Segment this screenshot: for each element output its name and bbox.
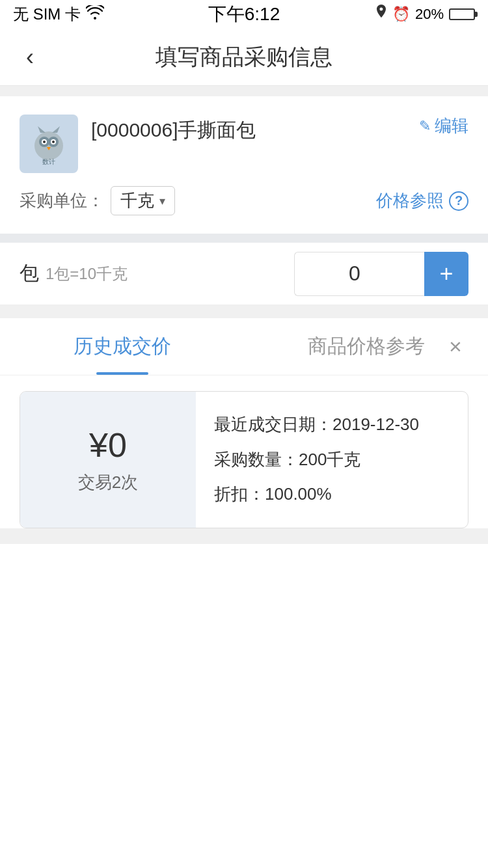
status-left: 无 SIM 卡 bbox=[13, 4, 104, 25]
page-title: 填写商品采购信息 bbox=[156, 42, 332, 72]
price-ref-label: 价格参照 bbox=[376, 189, 444, 212]
discount-value: 100.00% bbox=[265, 484, 332, 504]
edit-icon: ✎ bbox=[419, 118, 431, 135]
quantity-input[interactable] bbox=[294, 252, 424, 296]
carrier-label: 无 SIM 卡 bbox=[13, 4, 81, 25]
close-panel-button[interactable]: × bbox=[436, 327, 475, 366]
panel-divider bbox=[0, 305, 488, 318]
transaction-summary: ¥0 交易2次 bbox=[20, 392, 196, 528]
unit-value: 千克 bbox=[120, 189, 154, 212]
price-value: 0 bbox=[108, 426, 127, 464]
tab-history-price-label: 历史成交价 bbox=[74, 333, 171, 360]
location-icon bbox=[375, 5, 387, 24]
close-icon: × bbox=[449, 334, 462, 359]
tab-history-price[interactable]: 历史成交价 bbox=[0, 318, 244, 375]
status-bar: 无 SIM 卡 下午6:12 ⏰ 20% bbox=[0, 0, 488, 29]
recent-date-row: 最近成交日期：2019-12-30 bbox=[214, 411, 450, 439]
product-image: 数计 bbox=[26, 121, 72, 167]
transaction-card: ¥0 交易2次 最近成交日期：2019-12-30 采购数量：200千克 折扣：… bbox=[20, 391, 468, 528]
purchase-qty-label: 采购数量： bbox=[214, 450, 299, 469]
unit-label-text: 采购单位： bbox=[20, 189, 104, 212]
quantity-input-area: + bbox=[294, 252, 468, 296]
quantity-section: 包 1包=10千克 + bbox=[0, 243, 488, 305]
edit-label: 编辑 bbox=[435, 115, 468, 137]
back-button[interactable]: ‹ bbox=[20, 37, 40, 77]
recent-date-value: 2019-12-30 bbox=[332, 414, 419, 434]
alarm-icon: ⏰ bbox=[392, 6, 410, 23]
nav-bar: ‹ 填写商品采购信息 bbox=[0, 29, 488, 86]
product-info: 数计 [0000006]手撕面包 bbox=[20, 115, 419, 173]
battery-percent: 20% bbox=[415, 6, 444, 23]
currency-symbol: ¥ bbox=[89, 426, 108, 464]
discount-row: 折扣：100.00% bbox=[214, 481, 450, 508]
purchase-qty-row: 采购数量：200千克 bbox=[214, 446, 450, 474]
help-icon: ? bbox=[449, 191, 468, 211]
tab-product-price-ref-label: 商品价格参考 bbox=[308, 333, 425, 360]
transaction-price: ¥0 bbox=[89, 426, 127, 465]
unit-dropdown-icon: ▾ bbox=[159, 194, 165, 208]
svg-point-6 bbox=[52, 141, 55, 143]
price-reference-link[interactable]: 价格参照 ? bbox=[376, 189, 468, 212]
purchase-qty-value: 200千克 bbox=[299, 450, 360, 469]
unit-selector[interactable]: 千克 ▾ bbox=[111, 186, 175, 215]
transaction-details: 最近成交日期：2019-12-30 采购数量：200千克 折扣：100.00% bbox=[196, 392, 468, 528]
product-header: 数计 [0000006]手撕面包 ✎ 编辑 bbox=[20, 115, 468, 173]
battery-icon bbox=[449, 8, 475, 20]
quantity-unit: 包 bbox=[20, 260, 39, 287]
status-right: ⏰ 20% bbox=[375, 5, 475, 24]
status-time: 下午6:12 bbox=[208, 2, 280, 27]
price-tabs: 历史成交价 商品价格参考 × bbox=[0, 318, 488, 375]
svg-text:数计: 数计 bbox=[42, 158, 55, 165]
wifi-icon bbox=[86, 5, 104, 23]
transaction-count: 交易2次 bbox=[78, 471, 138, 494]
page-background bbox=[0, 544, 488, 868]
unit-label: 采购单位： 千克 ▾ bbox=[20, 186, 175, 215]
product-name: [0000006]手撕面包 bbox=[91, 115, 256, 144]
quantity-plus-button[interactable]: + bbox=[424, 252, 468, 296]
product-unit-row: 采购单位： 千克 ▾ 价格参照 ? bbox=[20, 186, 468, 215]
quantity-hint: 1包=10千克 bbox=[46, 264, 294, 284]
recent-date-label: 最近成交日期： bbox=[214, 414, 332, 434]
product-thumbnail: 数计 bbox=[20, 115, 78, 173]
svg-point-0 bbox=[34, 131, 63, 160]
price-panel: 历史成交价 商品价格参考 × ¥0 交易2次 最近成交日期：2019-12-30… bbox=[0, 318, 488, 528]
section-divider bbox=[0, 234, 488, 243]
product-section: 数计 [0000006]手撕面包 ✎ 编辑 采购单位： 千克 ▾ 价格参照 ? bbox=[0, 96, 488, 234]
edit-button[interactable]: ✎ 编辑 bbox=[419, 115, 468, 137]
discount-label: 折扣： bbox=[214, 484, 265, 504]
svg-point-5 bbox=[43, 141, 46, 143]
